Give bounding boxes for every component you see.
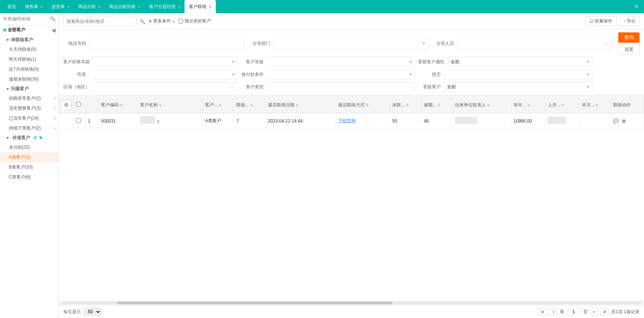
table-gear-btn[interactable]: ⚙ bbox=[61, 100, 71, 110]
info-icon3[interactable]: ℹ bbox=[54, 116, 56, 121]
close-goods-list-tab[interactable]: × bbox=[138, 4, 140, 9]
first-page-btn[interactable]: « bbox=[538, 308, 547, 315]
edit-icon[interactable]: ✎ bbox=[39, 135, 43, 141]
sidebar-item-tomorrow[interactable]: 明天待联络(1) bbox=[0, 54, 58, 64]
price-level-label: 客户价格等级 bbox=[63, 59, 93, 65]
customer-type-input[interactable] bbox=[266, 82, 415, 92]
sidebar-item-lost[interactable]: 已流失客户(24) ℹ bbox=[0, 113, 58, 123]
nav-tab-purchase[interactable]: 进货单 × bbox=[47, 0, 74, 13]
col-last-date[interactable]: 最后联络日期⇅ bbox=[265, 97, 336, 113]
sidebar-item-class-c[interactable]: C类客户(6) bbox=[0, 172, 58, 182]
col-gear: ⚙ bbox=[59, 97, 74, 113]
info-icon4[interactable]: ℹ bbox=[54, 126, 56, 131]
close-customer-tier-tab[interactable]: × bbox=[178, 4, 180, 9]
row-gear bbox=[59, 113, 74, 129]
dept-label: 分管部门 bbox=[247, 40, 273, 47]
nav-tab-customer-contact[interactable]: 客户联络 × bbox=[185, 0, 215, 13]
close-all-tabs[interactable]: × bbox=[632, 3, 641, 10]
phone-input[interactable] bbox=[89, 38, 244, 49]
scatter-select[interactable]: 全部▾ bbox=[444, 82, 593, 92]
last-page-btn[interactable]: » bbox=[600, 308, 609, 315]
col-code[interactable]: 客户编码⇅ bbox=[99, 97, 138, 113]
horizontal-scrollbar[interactable] bbox=[59, 301, 644, 305]
collapse-icon[interactable]: ◀ bbox=[51, 27, 56, 33]
all-customers-header[interactable]: ⊞ 全部客户 ◀ bbox=[0, 25, 58, 35]
sidebar-item-today[interactable]: 今天待联络(0) bbox=[0, 45, 58, 54]
sidebar-item-continuous-decline[interactable]: 持续下滑客户(2) ℹ bbox=[0, 123, 58, 133]
refresh-icon[interactable]: ↺ bbox=[33, 135, 37, 141]
last-method-link[interactable]: 下销货单 bbox=[338, 118, 356, 123]
sidebar-search-input[interactable] bbox=[3, 16, 49, 21]
status-select[interactable]: ▾ bbox=[444, 69, 593, 80]
value-customers-group[interactable]: ▼ 价值客户 ↺ ✎ bbox=[0, 133, 58, 142]
col-uncontacted-label: 未联... bbox=[392, 102, 405, 108]
info-icon2[interactable]: ℹ bbox=[54, 106, 56, 111]
col-contact[interactable]: 联络...⇅ bbox=[234, 97, 265, 113]
scroll-thumb[interactable] bbox=[117, 301, 393, 304]
row-overdue: 48 bbox=[421, 113, 452, 129]
sidebar-search-icon[interactable]: 🔍 bbox=[50, 16, 56, 21]
sidebar-item-week7[interactable]: 近7天待联络(0) bbox=[0, 64, 58, 74]
filter-search-icon[interactable]: 🔍 bbox=[140, 19, 145, 24]
col-category[interactable]: 客户...⇅ bbox=[203, 97, 234, 113]
info-icon[interactable]: ℹ bbox=[54, 96, 56, 101]
problem-customers-group[interactable]: ▼ 问题客户 bbox=[0, 84, 58, 93]
prev-page-btn[interactable]: ‹ bbox=[550, 308, 558, 315]
col-overdue[interactable]: 逾期...⇅ bbox=[421, 97, 452, 113]
close-sales-tab[interactable]: × bbox=[40, 4, 43, 9]
col-action-label: 联络动作 bbox=[613, 102, 631, 107]
col-name[interactable]: 客户名称⇅ bbox=[138, 97, 203, 113]
nature-select[interactable]: ▾ bbox=[89, 69, 238, 80]
filter-search-input[interactable] bbox=[63, 17, 137, 26]
chat-action-icon[interactable]: 💬 bbox=[613, 119, 619, 124]
sidebar-item-repeat-abnormal[interactable]: 回购异常客户(2) ℹ bbox=[0, 93, 58, 103]
nav-tab-goods[interactable]: 商品分析 × bbox=[74, 0, 105, 13]
col-last-method[interactable]: 最后联络方式⇅ bbox=[336, 97, 390, 113]
chevron-down-icon2: ▾ bbox=[232, 59, 235, 64]
col-last-month[interactable]: 上月...⇅ bbox=[545, 97, 579, 113]
col-this-month[interactable]: 本月...⇅ bbox=[579, 97, 611, 113]
sidebar-item-class-a[interactable]: A类客户(1) bbox=[0, 152, 58, 162]
page-size-select[interactable]: 50 bbox=[84, 308, 101, 316]
manager-select[interactable]: ··· bbox=[457, 38, 612, 49]
customer-level-select[interactable]: ▾ bbox=[266, 57, 415, 67]
row-checkbox[interactable] bbox=[76, 118, 81, 123]
row-uncontacted: 55 bbox=[390, 113, 421, 129]
dept-select[interactable]: ▾ bbox=[273, 38, 429, 49]
select-all-checkbox[interactable] bbox=[76, 102, 81, 107]
payment-select[interactable]: ▾ bbox=[266, 69, 415, 80]
sidebar-item-unclassified[interactable]: 未分组(32) bbox=[0, 142, 58, 152]
close-goods-tab[interactable]: × bbox=[98, 4, 100, 9]
filter-more-btn[interactable]: ▼ 更多条件 ▲ bbox=[148, 18, 175, 24]
col-unit-contact[interactable]: 往来单位联系人⇅ bbox=[453, 97, 511, 113]
query-btn[interactable]: 查询 bbox=[618, 32, 640, 43]
close-purchase-tab[interactable]: × bbox=[67, 4, 69, 9]
col-this-year[interactable]: 本年...⇅ bbox=[511, 97, 545, 113]
nature-label: 性质 bbox=[63, 71, 89, 78]
nav-tab-home[interactable]: 首页 bbox=[3, 0, 21, 13]
filter-region: 区域（地区） ··· bbox=[63, 82, 238, 92]
nav-tab-sales[interactable]: 销售单 × bbox=[21, 0, 47, 13]
sidebar-item-lost-potential[interactable]: 流失预警客户(3) ℹ bbox=[0, 103, 58, 113]
nav-tab-customer-tier[interactable]: 客户分层经营 × bbox=[145, 0, 185, 13]
my-customers-checkbox[interactable]: 我分管的客户 bbox=[178, 18, 211, 24]
price-level-select[interactable]: ▾ bbox=[93, 57, 238, 67]
pending-contact-group[interactable]: ▼ 待联络客户 bbox=[0, 35, 58, 45]
qr-action-icon[interactable]: ⊞ bbox=[622, 119, 626, 124]
close-customer-contact-tab[interactable]: × bbox=[209, 4, 211, 9]
batch-op-btn[interactable]: ☑ 批量操作 bbox=[586, 16, 616, 26]
sidebar-item-class-b[interactable]: B类客户(33) bbox=[0, 162, 58, 172]
filter-bar: 🔍 ▼ 更多条件 ▲ 我分管的客户 ☑ 批量操作 ↑ 导出 bbox=[59, 13, 644, 29]
sidebar-item-overdue[interactable]: 逾期未联络(30) bbox=[0, 74, 58, 84]
col-uncontacted[interactable]: 未联...⇅ bbox=[390, 97, 421, 113]
export-btn[interactable]: ↑ 导出 bbox=[619, 16, 640, 26]
scatter-attr-select[interactable]: 全部▾ bbox=[447, 57, 593, 67]
check-icon: ☑ bbox=[590, 19, 594, 24]
next-page-btn[interactable]: › bbox=[590, 308, 598, 315]
region-select[interactable]: ··· bbox=[93, 82, 238, 92]
page-number-input[interactable] bbox=[566, 308, 581, 315]
setting-btn[interactable]: 设置 bbox=[618, 44, 640, 54]
nav-tab-goods-list[interactable]: 商品分析列表 × bbox=[105, 0, 144, 13]
row-category: A类客户 bbox=[203, 113, 234, 129]
my-customers-check[interactable] bbox=[178, 19, 183, 24]
